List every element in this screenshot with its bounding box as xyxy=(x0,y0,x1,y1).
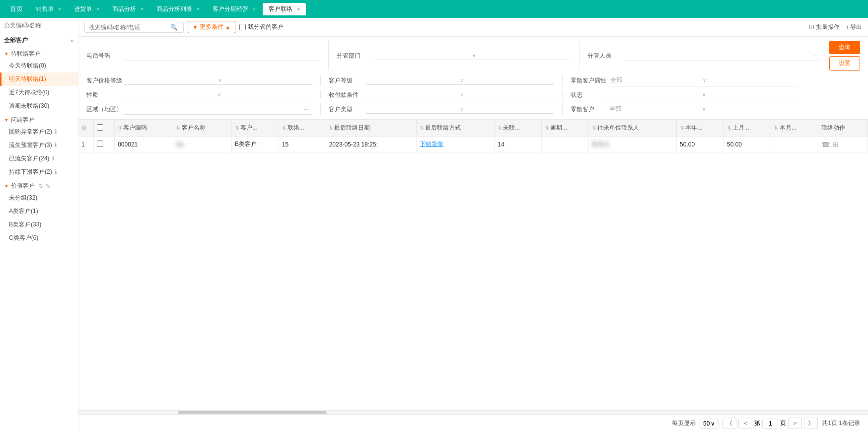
refresh-icon[interactable]: ↻ xyxy=(39,183,44,190)
sidebar-item-class-b[interactable]: B类客户(33) xyxy=(0,218,78,231)
filter-row-3: 性质 ∨ 收付款条件 ∨ 状态 xyxy=(86,90,860,99)
dots-icon-2[interactable]: ··· xyxy=(304,106,310,113)
search-input[interactable] xyxy=(89,24,168,31)
my-customers-checkbox-label[interactable]: 我分管的客户 xyxy=(239,23,284,31)
td-last-month: 50.00 xyxy=(724,137,771,152)
td-last-date: 2023-05-23 18:25: xyxy=(326,137,416,152)
close-analysis-tab[interactable]: × xyxy=(141,6,144,12)
filter-customer-type-select[interactable]: ∨ xyxy=(365,105,555,114)
close-purchase-tab[interactable]: × xyxy=(96,6,99,12)
sidebar-all-customers[interactable]: 全部客户 « xyxy=(0,33,78,47)
last-method-link[interactable]: 下销货单 xyxy=(420,141,443,147)
set-button[interactable]: 设置 xyxy=(829,56,860,71)
more-filter-button[interactable]: ▼ 更多条件 ▲ xyxy=(188,21,235,33)
dots-icon-1[interactable]: ··· xyxy=(813,52,819,59)
filter-phone: 电话号码 xyxy=(86,51,320,61)
filter-nature-select[interactable]: ∨ xyxy=(123,90,312,99)
filter-customer-grade-select[interactable]: ∨ xyxy=(365,76,555,85)
sidebar-item-overdue[interactable]: 逾期未联络(30) xyxy=(0,99,78,113)
export-button[interactable]: ↑ 导出 xyxy=(846,23,862,31)
filter-retail-customer-select[interactable]: 全部 ∨ xyxy=(607,103,796,115)
filter-person-field[interactable]: ··· xyxy=(624,51,821,61)
nav-tab-sales[interactable]: 销售单 × xyxy=(30,3,67,15)
close-sales-tab[interactable]: × xyxy=(58,6,61,12)
per-page-select[interactable]: 50 ∨ xyxy=(700,419,719,429)
sidebar-item-7days[interactable]: 近7天待联络(0) xyxy=(0,86,78,99)
nav-tab-customer-contact[interactable]: 客户联络 × xyxy=(263,3,306,15)
th-this-year[interactable]: 本年... xyxy=(677,120,724,137)
filter-region: 区域（地区） ··· xyxy=(86,104,312,115)
sidebar-item-ungrouped[interactable]: 未分组(32) xyxy=(0,191,78,205)
chevron-down-icon-9: ∨ xyxy=(702,106,795,112)
th-name[interactable]: 客户名称 xyxy=(173,120,232,137)
nav-tab-analysis-list[interactable]: 商品分析列表 × xyxy=(150,3,206,15)
sidebar-item-churned[interactable]: 已流失客户(24) ℹ xyxy=(0,152,78,165)
th-unlink[interactable]: 未联... xyxy=(495,120,542,137)
sidebar-item-tomorrow[interactable]: 明天待联络(1) xyxy=(0,72,78,86)
prev-page-button[interactable]: ＜ xyxy=(738,418,752,429)
th-last-method[interactable]: 最后联络方式 xyxy=(417,120,495,137)
filter-price-grade-select[interactable]: ∨ xyxy=(124,76,312,85)
nav-tab-analysis[interactable]: 商品分析 × xyxy=(106,3,149,15)
phone-action-icon[interactable]: ☎ xyxy=(821,141,830,148)
nav-tab-purchase[interactable]: 进货单 × xyxy=(68,3,105,15)
close-tier-tab[interactable]: × xyxy=(253,6,256,12)
scrollbar-thumb[interactable] xyxy=(178,411,327,414)
td-name: Ea xyxy=(173,137,232,152)
filter-sep-1 xyxy=(328,41,329,71)
batch-op-button[interactable]: ☑ 批量操作 xyxy=(809,23,840,31)
nav-home[interactable]: 首页 xyxy=(4,2,29,15)
next-page-button[interactable]: ＞ xyxy=(788,418,802,429)
nav-tab-customer-tier[interactable]: 客户分层经营 × xyxy=(207,3,262,15)
sidebar-item-class-c[interactable]: C类客户(6) xyxy=(0,231,78,245)
grid-action-icon[interactable]: ⊞ xyxy=(833,141,839,148)
sidebar-item-today[interactable]: 今天待联络(0) xyxy=(0,59,78,72)
td-checkbox xyxy=(93,137,115,152)
th-contact[interactable]: 联络... xyxy=(279,120,326,137)
edit-icon[interactable]: ✎ xyxy=(46,183,51,190)
action-icons-group: ☎ ⊞ xyxy=(821,141,865,148)
th-contact-person[interactable]: 往来单位联系人 xyxy=(589,120,677,137)
filter-payment-select[interactable]: ∨ xyxy=(365,90,555,99)
td-no: 1 xyxy=(78,137,93,152)
sidebar-item-declining[interactable]: 持续下滑客户(2) ℹ xyxy=(0,165,78,179)
filter-row-4: 区域（地区） ··· 客户类型 ∨ 零散客户 xyxy=(86,103,860,115)
close-analysis-list-tab[interactable]: × xyxy=(197,6,200,12)
sidebar-item-class-a[interactable]: A类客户(1) xyxy=(0,205,78,218)
page-number-input[interactable] xyxy=(762,419,778,429)
filter-sep-7 xyxy=(320,103,321,115)
close-contact-tab[interactable]: × xyxy=(297,6,300,12)
filter-retail-attr-label: 零散客户属性 xyxy=(571,76,606,85)
sidebar: 🔍 全部客户 « ▼ 待联络客户 今天待联络(0) 明天待联络(1) 近7天待联… xyxy=(0,18,78,432)
th-last-month[interactable]: 上月... xyxy=(724,120,771,137)
search-box-icon[interactable]: 🔍 xyxy=(170,24,178,31)
sidebar-item-churn-warning[interactable]: 流失预警客户(3) ℹ xyxy=(0,139,78,152)
chevron-down-per-page: ∨ xyxy=(711,420,715,427)
row-checkbox[interactable] xyxy=(97,141,103,147)
filter-person: 分管人员 ··· xyxy=(587,51,821,61)
filter-status-select[interactable]: ∨ xyxy=(607,90,796,99)
last-page-button[interactable]: 》 xyxy=(804,418,818,429)
th-type[interactable]: 客户... xyxy=(231,120,279,137)
query-btn-group: 查询 设置 xyxy=(829,41,860,71)
my-customers-checkbox[interactable] xyxy=(239,24,246,30)
filter-dept-select[interactable]: ∨ xyxy=(373,51,571,60)
filter-phone-input[interactable] xyxy=(123,51,320,61)
sidebar-collapse-icon[interactable]: « xyxy=(71,37,74,44)
th-last-date[interactable]: 最后联络日期 xyxy=(326,120,416,137)
th-this-month[interactable]: 本月... xyxy=(771,120,818,137)
filter-region-field[interactable]: ··· xyxy=(124,104,312,115)
gear-settings-icon[interactable]: ⚙ xyxy=(81,125,87,132)
th-overdue[interactable]: 逾期... xyxy=(542,120,589,137)
sidebar-item-abnormal[interactable]: 回购异常客户(2) ℹ xyxy=(0,125,78,139)
filter-retail-attr: 零散客户属性 全部 ∨ xyxy=(571,74,796,86)
filter-dept-label: 分管部门 xyxy=(337,52,371,60)
query-button[interactable]: 查询 xyxy=(829,41,860,54)
th-code[interactable]: 客户编码 xyxy=(115,120,173,137)
filter-retail-attr-select[interactable]: 全部 ∨ xyxy=(608,74,796,86)
sidebar-search-input[interactable] xyxy=(4,22,78,29)
filter-payment-label: 收付款条件 xyxy=(329,91,363,99)
horizontal-scrollbar[interactable] xyxy=(78,410,868,414)
select-all-checkbox[interactable] xyxy=(97,124,103,131)
first-page-button[interactable]: 《 xyxy=(723,418,736,429)
